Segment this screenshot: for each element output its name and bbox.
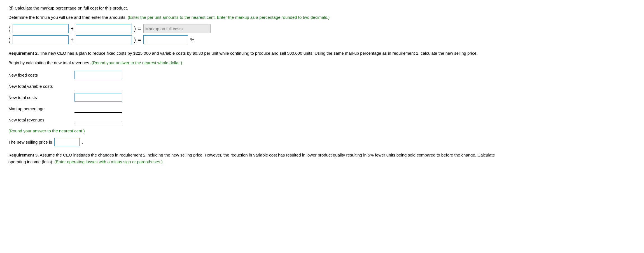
new-total-costs-input[interactable] xyxy=(74,93,122,102)
selling-price-end: . xyxy=(82,140,83,144)
formula-result-1[interactable] xyxy=(143,24,211,33)
new-total-costs-row: New total costs xyxy=(8,93,636,102)
formula-input-2b[interactable] xyxy=(76,35,132,44)
equals-2: = xyxy=(138,37,141,43)
instruction-text: Determine the formula you will use and t… xyxy=(8,15,636,20)
operator-2: ÷ xyxy=(71,37,74,43)
operator-1: ÷ xyxy=(71,26,74,32)
markup-percentage-row: Markup percentage xyxy=(8,104,636,113)
formula-row-1: ( ÷ ) = xyxy=(8,24,636,33)
formula-input-2a[interactable] xyxy=(13,35,69,44)
req2-label: Requirement 2. xyxy=(8,51,39,56)
req3-label: Requirement 3. xyxy=(8,153,39,157)
selling-price-label: The new selling price is xyxy=(8,140,52,144)
formula-input-1a[interactable] xyxy=(13,24,69,33)
new-fixed-costs-label: New fixed costs xyxy=(8,73,70,77)
new-total-revenues-input[interactable] xyxy=(74,116,122,124)
req2-begin: Begin by calculating the new total reven… xyxy=(8,59,512,66)
req2-begin-green: (Round your answer to the nearest whole … xyxy=(92,60,182,65)
formula-row-2: ( ÷ ) = % xyxy=(8,35,636,44)
equals-1: = xyxy=(138,26,141,32)
paren-close-1: ) xyxy=(134,26,136,32)
instruction-green: (Enter the per unit amounts to the neare… xyxy=(128,15,330,20)
new-total-variable-costs-input[interactable] xyxy=(74,82,122,90)
new-fixed-costs-input[interactable] xyxy=(74,71,122,79)
markup-percentage-label: Markup percentage xyxy=(8,106,70,111)
paren-close-2: ) xyxy=(134,37,136,43)
new-total-revenues-row: New total revenues xyxy=(8,116,636,124)
markup-percentage-input[interactable] xyxy=(74,104,122,113)
new-total-revenues-label: New total revenues xyxy=(8,118,70,122)
selling-price-input[interactable] xyxy=(54,138,80,146)
requirement3-text: Requirement 3. Assume the CEO institutes… xyxy=(8,152,512,165)
req2-body: The new CEO has a plan to reduce fixed c… xyxy=(40,51,477,56)
requirement2-text: Requirement 2. The new CEO has a plan to… xyxy=(8,50,512,57)
new-total-variable-costs-label: New total variable costs xyxy=(8,84,70,89)
new-total-variable-costs-row: New total variable costs xyxy=(8,82,636,90)
formula-result-2[interactable] xyxy=(143,35,188,44)
paren-open-1: ( xyxy=(8,26,10,32)
formula-input-1b[interactable] xyxy=(76,24,132,33)
new-fixed-costs-row: New fixed costs xyxy=(8,71,636,79)
percent-sign: % xyxy=(190,37,194,42)
paren-open-2: ( xyxy=(8,37,10,43)
selling-price-row: The new selling price is . xyxy=(8,138,636,146)
new-total-costs-label: New total costs xyxy=(8,95,70,100)
page-title: (d) Calculate the markup percentage on f… xyxy=(8,6,636,10)
round-note: (Round your answer to the nearest cent.) xyxy=(8,128,636,133)
req3-green: (Enter operating losses with a minus sig… xyxy=(54,159,163,164)
